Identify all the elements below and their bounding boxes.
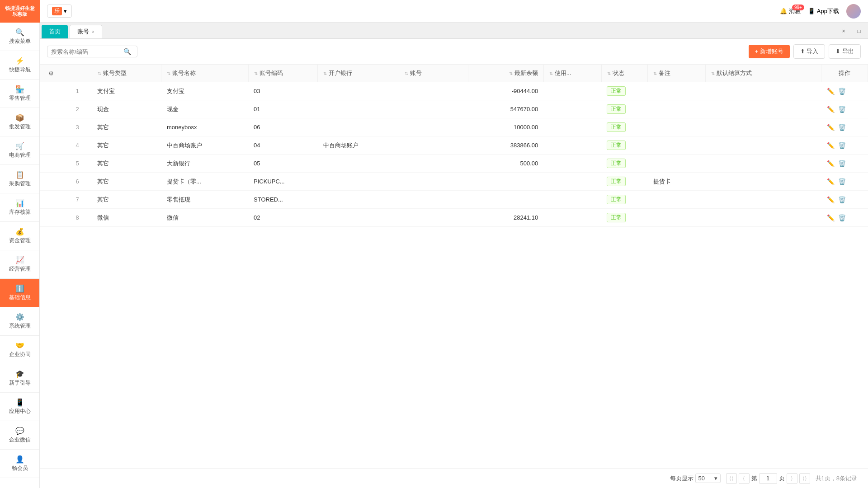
search-input[interactable] — [51, 48, 123, 55]
window-maximize-button[interactable]: □ — [852, 24, 866, 38]
page-suffix: 页 — [779, 474, 785, 483]
sidebar-item-system-mgmt[interactable]: ⚙️ 系统管理 — [0, 307, 39, 336]
cell-status: 正常 — [601, 209, 647, 227]
page-input[interactable] — [759, 473, 777, 484]
delete-icon[interactable]: 🗑️ — [838, 196, 846, 203]
sidebar-item-finance-mgmt[interactable]: 💰 资金管理 — [0, 222, 39, 250]
sidebar-item-inventory[interactable]: 📊 库存核算 — [0, 193, 39, 222]
cell-gear — [40, 173, 63, 191]
sidebar-item-ecommerce-mgmt[interactable]: 🛒 电商管理 — [0, 136, 39, 165]
col-use[interactable]: 使用... — [543, 65, 601, 82]
col-gear[interactable]: ⚙ — [40, 65, 63, 82]
edit-icon[interactable]: ✏️ — [827, 214, 835, 221]
cell-balance: -90444.00 — [468, 82, 544, 100]
col-name[interactable]: 账号名称 — [161, 65, 248, 82]
edit-icon[interactable]: ✏️ — [827, 88, 835, 95]
sidebar-item-wholesale-mgmt[interactable]: 📦 批发管理 — [0, 108, 39, 136]
tab-accounts[interactable]: 账号 × — [70, 25, 102, 38]
import-button[interactable]: ⬆ 导入 — [793, 44, 826, 59]
edit-icon[interactable]: ✏️ — [827, 178, 835, 185]
search-menu-icon: 🔍 — [2, 28, 38, 37]
finance-mgmt-icon: 💰 — [2, 227, 38, 236]
edit-icon[interactable]: ✏️ — [827, 106, 835, 113]
notification-button[interactable]: 🔔 消息 99+ — [780, 7, 801, 15]
sidebar: 畅捷通好生意 乐惠版 🔍 搜索菜单 ⚡ 快捷导航 🏪 零售管理 📦 批发管理 🛒… — [0, 0, 40, 488]
app-download-button[interactable]: 📱 App下载 — [808, 7, 839, 15]
sidebar-item-member[interactable]: 👤 畅会员 — [0, 450, 39, 478]
col-status[interactable]: 状态 — [601, 65, 647, 82]
col-code[interactable]: 账号编码 — [248, 65, 318, 82]
cell-note — [648, 191, 706, 209]
delete-icon[interactable]: 🗑️ — [838, 88, 846, 95]
sidebar-item-enterprise-agreement[interactable]: 🤝 企业协同 — [0, 336, 39, 364]
purchase-mgmt-icon: 📋 — [2, 170, 38, 179]
edit-icon[interactable]: ✏️ — [827, 124, 835, 131]
tab-close-icon[interactable]: × — [92, 29, 94, 34]
tab-home[interactable]: 首页 — [42, 25, 68, 38]
table-row: 1 支付宝 支付宝 03 -90444.00 正常 ✏️ 🗑️ — [40, 82, 868, 100]
export-button[interactable]: ⬇ 导出 — [829, 44, 861, 59]
first-page-button[interactable]: ⟨⟨ — [726, 473, 737, 484]
cell-code: 05 — [248, 155, 318, 173]
store-selector[interactable]: 乐 ▾ — [47, 5, 72, 18]
sidebar-item-quick-nav[interactable]: ⚡ 快捷导航 — [0, 51, 39, 80]
window-close-button[interactable]: × — [836, 24, 851, 38]
cell-num: 4 — [63, 136, 92, 155]
status-badge: 正常 — [607, 195, 626, 204]
col-payment[interactable]: 默认结算方式 — [706, 65, 821, 82]
cell-type: 现金 — [92, 100, 161, 118]
sidebar-item-enterprise-wechat[interactable]: 💬 企业微信 — [0, 421, 39, 450]
col-type[interactable]: 账号类型 — [92, 65, 161, 82]
cell-note — [648, 100, 706, 118]
cell-num: 5 — [63, 155, 92, 173]
sidebar-item-search-menu[interactable]: 🔍 搜索菜单 — [0, 23, 39, 51]
cell-bank — [318, 155, 399, 173]
edit-icon[interactable]: ✏️ — [827, 196, 835, 203]
edit-icon[interactable]: ✏️ — [827, 160, 835, 167]
avatar[interactable] — [846, 4, 861, 19]
delete-icon[interactable]: 🗑️ — [838, 214, 846, 221]
sidebar-item-app-center[interactable]: 📱 应用中心 — [0, 393, 39, 421]
dropdown-arrow-icon: ▾ — [64, 8, 67, 14]
table-row: 5 其它 大新银行 05 500.00 正常 ✏️ 🗑️ — [40, 155, 868, 173]
delete-icon[interactable]: 🗑️ — [838, 142, 846, 149]
edit-icon[interactable]: ✏️ — [827, 142, 835, 149]
cell-account — [399, 136, 468, 155]
cell-payment — [706, 82, 821, 100]
toolbar: 🔍 + 新增账号 ⬆ 导入 ⬇ 导出 — [40, 39, 868, 65]
action-buttons: ✏️ 🗑️ — [827, 88, 863, 95]
delete-icon[interactable]: 🗑️ — [838, 106, 846, 113]
system-mgmt-icon: ⚙️ — [2, 313, 38, 321]
cell-account — [399, 191, 468, 209]
col-note[interactable]: 备注 — [648, 65, 706, 82]
cell-account — [399, 82, 468, 100]
status-badge: 正常 — [607, 177, 626, 186]
sidebar-item-purchase-mgmt[interactable]: 📋 采购管理 — [0, 165, 39, 193]
col-action: 操作 — [821, 65, 868, 82]
table-row: 8 微信 微信 02 28241.10 正常 ✏️ 🗑️ — [40, 209, 868, 227]
action-buttons: ✏️ 🗑️ — [827, 178, 863, 185]
cell-name: 中百商场账户 — [161, 136, 248, 155]
last-page-button[interactable]: ⟩⟩ — [799, 473, 810, 484]
store-icon: 乐 — [52, 7, 62, 15]
wholesale-mgmt-icon: 📦 — [2, 113, 38, 122]
page-size-box[interactable]: 50 ▾ — [695, 474, 721, 483]
cell-gear — [40, 209, 63, 227]
prev-page-button[interactable]: ⟨ — [739, 473, 750, 484]
sidebar-item-basic-info[interactable]: ℹ️ 基础信息 — [0, 279, 39, 307]
status-badge: 正常 — [607, 122, 626, 132]
sidebar-item-new-guide[interactable]: 🎓 新手引导 — [0, 364, 39, 393]
col-balance[interactable]: 最新余额 — [468, 65, 544, 82]
delete-icon[interactable]: 🗑️ — [838, 160, 846, 167]
search-box[interactable]: 🔍 — [47, 46, 137, 57]
delete-icon[interactable]: 🗑️ — [838, 178, 846, 185]
sidebar-item-operations-mgmt[interactable]: 📈 经营管理 — [0, 250, 39, 279]
delete-icon[interactable]: 🗑️ — [838, 124, 846, 131]
col-bank[interactable]: 开户银行 — [318, 65, 399, 82]
col-account[interactable]: 账号 — [399, 65, 468, 82]
next-page-button[interactable]: ⟩ — [787, 473, 797, 484]
cell-use — [543, 173, 601, 191]
sidebar-item-retail-mgmt[interactable]: 🏪 零售管理 — [0, 80, 39, 108]
cell-use — [543, 209, 601, 227]
add-account-button[interactable]: + 新增账号 — [749, 45, 790, 58]
